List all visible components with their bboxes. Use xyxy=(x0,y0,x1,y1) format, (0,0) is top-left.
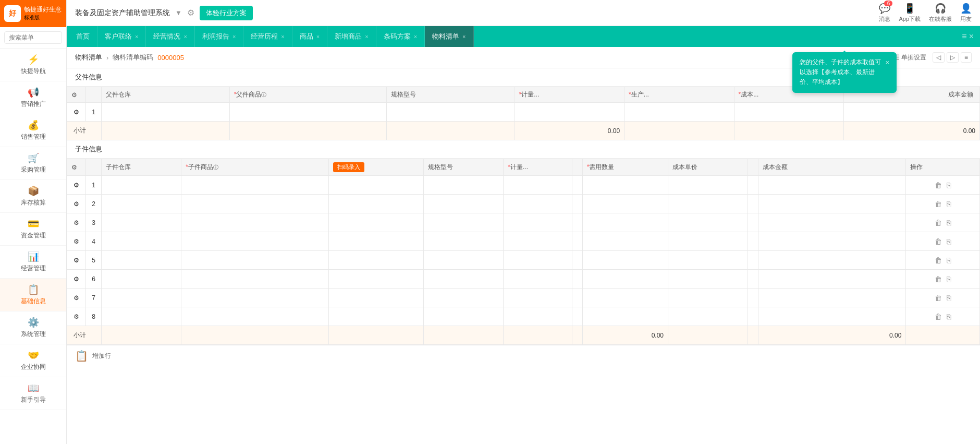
child-row-warehouse[interactable] xyxy=(102,232,181,251)
child-row-delete-button[interactable]: 🗑 xyxy=(933,293,944,303)
child-col-unit-cost[interactable]: 成本单价 xyxy=(668,159,748,176)
child-row-warehouse[interactable] xyxy=(102,213,181,232)
child-row-settings[interactable]: ⚙ xyxy=(67,213,86,232)
child-row-copy-button[interactable]: ⎘ xyxy=(945,180,952,190)
search-input[interactable] xyxy=(4,31,62,44)
child-row-product[interactable] xyxy=(181,195,329,213)
child-row-unit-cost[interactable] xyxy=(668,289,748,307)
online-support-item[interactable]: 🎧 在线客服 xyxy=(929,3,952,23)
child-row-copy-button[interactable]: ⎘ xyxy=(945,274,952,284)
child-row-qty[interactable] xyxy=(582,213,668,232)
tab-window-icon[interactable]: × xyxy=(969,32,974,41)
grid-view-button[interactable]: ≡ xyxy=(961,52,972,63)
parent-row-warehouse[interactable] xyxy=(102,103,230,122)
child-row-qty[interactable] xyxy=(582,176,668,195)
child-row-settings[interactable]: ⚙ xyxy=(67,251,86,270)
child-row-product[interactable] xyxy=(181,176,329,195)
child-row-warehouse[interactable] xyxy=(102,251,181,270)
sidebar-item-purchase[interactable]: 🛒 采购管理 xyxy=(0,147,66,180)
child-row-spec[interactable] xyxy=(424,251,504,270)
gear-icon[interactable]: ⚙ xyxy=(187,8,194,18)
child-row-settings[interactable]: ⚙ xyxy=(67,176,86,195)
child-row-unit-cost[interactable] xyxy=(668,176,748,195)
child-row-unit-cost[interactable] xyxy=(668,195,748,213)
tab-operations[interactable]: 经营情况 × xyxy=(146,26,194,47)
child-row-delete-button[interactable]: 🗑 xyxy=(933,255,944,266)
child-row-spec[interactable] xyxy=(424,270,504,289)
parent-col-product[interactable]: *父件商品ⓘ xyxy=(229,87,386,103)
child-row-unit-cost[interactable] xyxy=(668,213,748,232)
child-row-warehouse[interactable] xyxy=(102,195,181,213)
sidebar-item-operations[interactable]: 📊 经营管理 xyxy=(0,246,66,279)
child-row-delete-button[interactable]: 🗑 xyxy=(933,236,944,247)
child-row-unit-cost[interactable] xyxy=(668,232,748,251)
child-row-copy-button[interactable]: ⎘ xyxy=(945,236,952,247)
child-row-spec[interactable] xyxy=(424,176,504,195)
parent-row-settings[interactable]: ⚙ xyxy=(67,103,86,122)
sidebar-item-sales[interactable]: 💰 销售管理 xyxy=(0,114,66,147)
child-row-spec[interactable] xyxy=(424,195,504,213)
parent-col-warehouse[interactable]: 父件仓库 xyxy=(102,87,230,103)
tooltip-close-button[interactable]: × xyxy=(885,57,889,68)
child-row-delete-button[interactable]: 🗑 xyxy=(933,199,944,209)
child-row-product[interactable] xyxy=(181,289,329,307)
parent-row-spec[interactable] xyxy=(386,103,514,122)
tab-customers-close[interactable]: × xyxy=(135,33,138,40)
child-row-copy-button[interactable]: ⎘ xyxy=(945,199,952,209)
tab-close-all-icon[interactable]: ≡ xyxy=(962,32,966,41)
child-row-delete-button[interactable]: 🗑 xyxy=(933,218,944,228)
child-row-unit-cost[interactable] xyxy=(668,307,748,326)
child-row-unit[interactable] xyxy=(504,270,572,289)
tab-new-goods-close[interactable]: × xyxy=(365,33,368,40)
child-row-copy-button[interactable]: ⎘ xyxy=(945,293,952,303)
child-row-delete-button[interactable]: 🗑 xyxy=(933,311,944,322)
child-row-qty[interactable] xyxy=(582,195,668,213)
parent-col-production[interactable]: *生产... xyxy=(624,87,734,103)
sidebar-item-enterprise[interactable]: 🤝 企业协同 xyxy=(0,344,66,377)
child-row-warehouse[interactable] xyxy=(102,176,181,195)
child-row-qty[interactable] xyxy=(582,307,668,326)
next-page-button[interactable]: ▷ xyxy=(947,52,959,63)
child-col-warehouse[interactable]: 子件仓库 xyxy=(102,159,181,176)
child-row-settings[interactable]: ⚙ xyxy=(67,232,86,251)
tab-goods-close[interactable]: × xyxy=(316,33,320,40)
child-row-delete-button[interactable]: 🗑 xyxy=(933,274,944,284)
child-row-unit[interactable] xyxy=(504,251,572,270)
child-col-qty[interactable]: *需用数量 xyxy=(582,159,668,176)
child-row-delete-button[interactable]: 🗑 xyxy=(933,180,944,190)
tab-bom[interactable]: 物料清单 × xyxy=(425,26,473,47)
child-col-unit[interactable]: *计量... xyxy=(504,159,572,176)
child-row-settings[interactable]: ⚙ xyxy=(67,289,86,307)
child-row-warehouse[interactable] xyxy=(102,289,181,307)
tab-new-goods[interactable]: 新增商品 × xyxy=(327,26,376,47)
action-single-setting[interactable]: ☰ 单据设置 xyxy=(894,53,926,62)
sidebar-item-system[interactable]: ⚙️ 系统管理 xyxy=(0,311,66,344)
add-row-icon[interactable]: 📋 xyxy=(75,350,88,362)
child-row-unit[interactable] xyxy=(504,176,572,195)
child-row-product[interactable] xyxy=(181,251,329,270)
child-row-product[interactable] xyxy=(181,307,329,326)
child-row-unit[interactable] xyxy=(504,289,572,307)
child-row-unit[interactable] xyxy=(504,213,572,232)
child-row-qty[interactable] xyxy=(582,270,668,289)
child-row-warehouse[interactable] xyxy=(102,270,181,289)
prev-page-button[interactable]: ◁ xyxy=(933,52,945,63)
tab-profit[interactable]: 利润报告 × xyxy=(195,26,243,47)
message-icon-item[interactable]: 💬 6 消息 xyxy=(879,3,890,23)
sidebar-item-marketing[interactable]: 📢 营销推广 xyxy=(0,81,66,114)
sidebar-item-inventory[interactable]: 📦 库存核算 xyxy=(0,180,66,213)
child-row-spec[interactable] xyxy=(424,289,504,307)
dropdown-arrow-icon[interactable]: ▼ xyxy=(175,9,182,17)
child-row-copy-button[interactable]: ⎘ xyxy=(945,218,952,228)
tab-bom-close[interactable]: × xyxy=(462,33,466,40)
child-row-warehouse[interactable] xyxy=(102,307,181,326)
child-col-scan[interactable]: 扫码录入 xyxy=(329,159,424,176)
child-row-settings[interactable]: ⚙ xyxy=(67,270,86,289)
child-row-product[interactable] xyxy=(181,213,329,232)
tab-history[interactable]: 经营历程 × xyxy=(243,26,292,47)
parent-col-settings[interactable]: ⚙ xyxy=(67,87,86,103)
child-row-spec[interactable] xyxy=(424,213,504,232)
child-row-copy-button[interactable]: ⎘ xyxy=(945,311,952,322)
child-row-qty[interactable] xyxy=(582,289,668,307)
tab-goods[interactable]: 商品 × xyxy=(292,26,327,47)
